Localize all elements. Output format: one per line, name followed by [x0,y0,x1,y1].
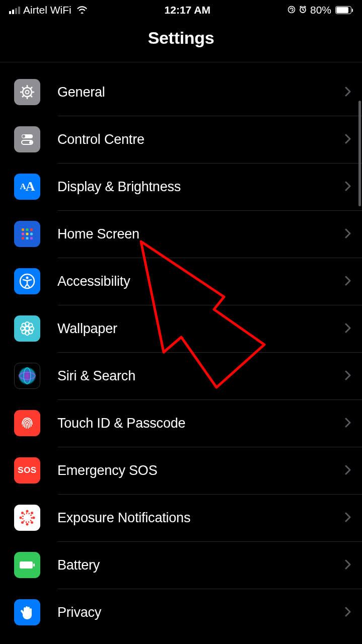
exposure-icon [14,505,40,531]
svg-rect-16 [22,228,24,231]
page-header: Settings [0,18,362,62]
siri-icon [14,363,40,389]
svg-point-40 [26,510,29,513]
svg-point-47 [31,512,33,514]
svg-point-3 [26,91,29,94]
settings-row-exposure-notifications[interactable]: Exposure Notifications [0,494,362,541]
chevron-right-icon [345,132,351,147]
status-time: 12:17 AM [165,4,210,16]
alarm-icon [299,4,307,16]
svg-rect-21 [30,233,33,235]
setting-label: Wallpaper [57,321,345,337]
signal-icon [9,7,20,14]
svg-rect-23 [26,237,29,239]
settings-row-touch-id-passcode[interactable]: Touch ID & Passcode [0,399,362,447]
settings-row-control-centre[interactable]: Control Centre [0,116,362,163]
wifi-icon [77,4,88,16]
svg-point-39 [23,513,32,522]
chevron-right-icon [345,274,351,289]
svg-point-13 [22,135,25,138]
settings-row-emergency-sos[interactable]: SOS Emergency SOS [0,447,362,494]
setting-label: Accessibility [57,274,345,289]
settings-row-wallpaper[interactable]: Wallpaper [0,305,362,352]
chevron-right-icon [345,226,351,242]
settings-row-privacy[interactable]: Privacy [0,589,362,636]
svg-point-46 [21,521,24,524]
setting-label: Control Centre [57,132,345,147]
page-title: Settings [0,28,362,48]
bottom-area [0,636,362,644]
settings-row-siri-search[interactable]: Siri & Search [0,352,362,399]
settings-row-battery[interactable]: Battery [0,541,362,589]
svg-point-45 [31,521,33,524]
svg-point-36 [18,367,36,385]
carrier-label: Airtel WiFi [23,4,71,16]
svg-rect-48 [20,561,33,569]
svg-rect-20 [26,233,29,235]
chevron-right-icon [345,416,351,431]
svg-rect-18 [30,228,33,231]
orientation-lock-icon [287,4,296,16]
setting-label: Display & Brightness [57,179,345,195]
svg-line-8 [22,87,24,89]
flower-icon [14,315,40,342]
battery-full-icon [14,552,40,578]
accessibility-icon [14,268,40,294]
chevron-right-icon [345,321,351,337]
battery-icon [334,6,353,14]
toggle-icon [14,126,40,152]
svg-point-2 [23,88,32,97]
chevron-right-icon [345,179,351,195]
gear-icon [14,79,40,105]
setting-label: Touch ID & Passcode [57,416,345,431]
status-right: 80% [287,4,353,16]
status-bar: Airtel WiFi 12:17 AM 80% [0,0,362,18]
svg-line-9 [31,96,33,98]
chevron-right-icon [345,605,351,620]
setting-label: Battery [57,557,345,573]
settings-row-home-screen[interactable]: Home Screen [0,210,362,258]
scrollbar[interactable] [358,101,361,206]
sos-icon: SOS [14,457,40,484]
svg-point-41 [26,523,29,526]
status-left: Airtel WiFi [9,4,88,16]
setting-label: Emergency SOS [57,463,345,478]
aa-icon: AA [14,174,40,200]
chevron-right-icon [345,85,351,100]
hand-icon [14,599,40,625]
svg-line-11 [31,87,33,89]
setting-label: Siri & Search [57,368,345,384]
svg-line-10 [22,96,24,98]
setting-label: Privacy [57,605,345,620]
svg-point-44 [21,512,24,514]
battery-percent: 80% [310,4,331,16]
svg-rect-49 [33,564,35,567]
svg-point-42 [20,517,22,519]
settings-row-general[interactable]: General [0,68,362,116]
svg-point-15 [29,141,32,144]
fingerprint-icon [14,410,40,436]
svg-point-27 [25,327,29,331]
grid-icon [14,221,40,247]
svg-rect-19 [22,233,24,235]
settings-row-display-brightness[interactable]: AA Display & Brightness [0,163,362,210]
svg-rect-22 [22,237,24,239]
setting-label: Exposure Notifications [57,510,345,526]
chevron-right-icon [345,368,351,384]
settings-row-accessibility[interactable]: Accessibility [0,258,362,305]
chevron-right-icon [345,557,351,573]
svg-rect-17 [26,228,29,231]
svg-point-43 [33,517,35,519]
svg-point-26 [26,277,29,279]
chevron-right-icon [345,510,351,526]
svg-rect-24 [30,237,33,239]
settings-list[interactable]: General Control Centre AA Display & Brig… [0,62,362,636]
chevron-right-icon [345,463,351,478]
setting-label: Home Screen [57,226,345,242]
setting-label: General [57,85,345,100]
